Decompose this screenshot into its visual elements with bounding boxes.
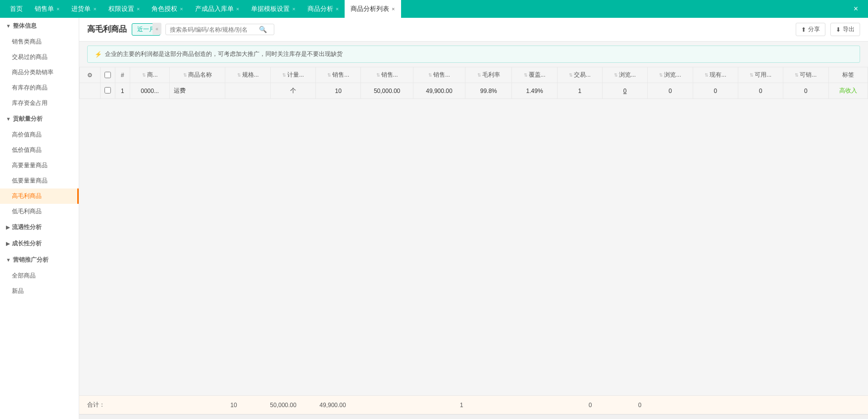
- nav-produce[interactable]: 产成品入库单 ×: [189, 0, 245, 18]
- close-analysis-icon[interactable]: ×: [336, 6, 339, 12]
- table-container: ⚙ # ⇅ 商...: [79, 67, 868, 395]
- select-all-checkbox[interactable]: [104, 72, 111, 78]
- sidebar-group-liquidity[interactable]: ▶ 流遇性分析: [0, 219, 79, 235]
- sort-cost-icon: ⇅: [428, 73, 432, 78]
- row-spec: [225, 83, 270, 99]
- sidebar-item-sales-goods[interactable]: 销售类商品: [0, 34, 79, 49]
- export-button[interactable]: ⬇ 导出: [830, 23, 860, 36]
- top-nav: 首页 销售单 × 进货单 × 权限设置 × 角色授权 × 产成品入库单 × 单据…: [0, 0, 868, 18]
- col-saleable[interactable]: ⇅ 可销...: [783, 67, 828, 83]
- row-settings: [80, 83, 101, 99]
- sort-unit-icon: ⇅: [282, 73, 286, 78]
- row-available: 0: [738, 83, 783, 99]
- col-trade[interactable]: ⇅ 交易...: [557, 67, 602, 83]
- horizontal-scrollbar[interactable]: [79, 414, 868, 419]
- col-available[interactable]: ⇅ 可用...: [738, 67, 783, 83]
- nav-permission[interactable]: 权限设置 ×: [102, 0, 146, 18]
- col-coverage[interactable]: ⇅ 覆盖...: [512, 67, 557, 83]
- sidebar-item-low-freq[interactable]: 低要量量商品: [0, 173, 79, 188]
- content-header: 高毛利商品 近一月 🔍 ⬆ 分享 ⬇ 导出: [79, 18, 868, 42]
- sort-code-icon: ⇅: [142, 73, 146, 78]
- col-qty[interactable]: ⇅ 销售...: [316, 67, 361, 83]
- row-unit: 个: [270, 83, 315, 99]
- close-analysis-list-icon[interactable]: ×: [392, 6, 395, 12]
- row-saleable: 0: [783, 83, 828, 99]
- nav-analysis[interactable]: 商品分析 ×: [302, 0, 345, 18]
- close-purchase-icon[interactable]: ×: [93, 6, 96, 12]
- col-spec[interactable]: ⇅ 规格...: [225, 67, 270, 83]
- sidebar-item-inventory-goods[interactable]: 有库存的商品: [0, 80, 79, 95]
- content-area: « 高毛利商品 近一月 🔍 ⬆ 分享 ⬇ 导出 ⚡ 企业的: [79, 18, 868, 419]
- sort-coverage-icon: ⇅: [524, 73, 528, 78]
- sidebar-item-inventory-fund[interactable]: 库存资金占用: [0, 95, 79, 111]
- search-box[interactable]: 🔍: [165, 24, 274, 35]
- close-role-icon[interactable]: ×: [180, 6, 183, 12]
- col-code[interactable]: ⇅ 商...: [130, 67, 169, 83]
- close-permission-icon[interactable]: ×: [137, 6, 140, 12]
- row-gross-margin: 99.8%: [465, 83, 512, 99]
- sidebar-item-new-goods[interactable]: 新品: [0, 283, 79, 299]
- sort-trade-icon: ⇅: [569, 73, 573, 78]
- col-browse2[interactable]: ⇅ 浏览...: [648, 67, 693, 83]
- share-button[interactable]: ⬆ 分享: [796, 23, 825, 36]
- sidebar-item-low-margin[interactable]: 低毛利商品: [0, 204, 79, 219]
- row-checkbox[interactable]: [100, 83, 115, 99]
- sidebar-group-marketing[interactable]: ▼ 营销推广分析: [0, 252, 79, 268]
- col-checkbox[interactable]: [100, 67, 115, 83]
- footer-amount: 50,000.00: [263, 402, 303, 409]
- row-code: 0000...: [130, 83, 169, 99]
- sidebar-collapse-button[interactable]: «: [153, 23, 161, 35]
- col-name[interactable]: ⇅ 商品名称: [170, 67, 225, 83]
- row-qty: 10: [316, 83, 361, 99]
- close-window-button[interactable]: ×: [848, 4, 864, 13]
- row-browse1[interactable]: 0: [603, 83, 648, 99]
- close-sales-icon[interactable]: ×: [56, 6, 59, 12]
- col-current[interactable]: ⇅ 现有...: [693, 67, 738, 83]
- col-browse1[interactable]: ⇅ 浏览...: [603, 67, 648, 83]
- row-current: 0: [693, 83, 738, 99]
- sidebar-group-growth[interactable]: ▶ 成长性分析: [0, 235, 79, 252]
- footer-trade: 1: [442, 402, 481, 409]
- col-tag[interactable]: 标签: [828, 67, 868, 83]
- sidebar-item-low-value[interactable]: 低价值商品: [0, 142, 79, 158]
- nav-analysis-list[interactable]: 商品分析列表 ×: [345, 0, 401, 18]
- nav-home[interactable]: 首页: [4, 0, 29, 18]
- row-coverage: 1.49%: [512, 83, 557, 99]
- footer-qty-val: 10: [214, 402, 254, 409]
- info-banner: ⚡ 企业的主要的利润都是这部分商品创造的，可考虑加大推广，同时关注库存是不要出现…: [87, 46, 860, 63]
- nav-template[interactable]: 单据模板设置 ×: [245, 0, 301, 18]
- footer-cost: 49,900.00: [313, 402, 353, 409]
- sidebar-item-all-goods[interactable]: 全部商品: [0, 268, 79, 283]
- nav-sales[interactable]: 销售单 ×: [29, 0, 65, 18]
- row-idx: 1: [115, 83, 130, 99]
- row-name: 运费: [170, 83, 225, 99]
- sidebar-item-high-value[interactable]: 高价值商品: [0, 127, 79, 142]
- export-icon: ⬇: [836, 26, 841, 33]
- sidebar-item-high-margin[interactable]: 高毛利商品: [0, 188, 79, 204]
- col-unit[interactable]: ⇅ 计量...: [270, 67, 315, 83]
- sort-available-icon: ⇅: [750, 73, 754, 78]
- sidebar-item-high-freq[interactable]: 高要量量商品: [0, 158, 79, 173]
- row-cost: 49,900.00: [413, 83, 465, 99]
- sidebar-group-contribution[interactable]: ▼ 贡献量分析: [0, 111, 79, 127]
- main-layout: ▼ 整体信息 销售类商品 交易过的商品 商品分类助销率 有库存的商品 库存资金占…: [0, 18, 868, 419]
- sidebar-group-overall[interactable]: ▼ 整体信息: [0, 18, 79, 34]
- nav-role[interactable]: 角色授权 ×: [146, 0, 189, 18]
- sidebar-item-traded-goods[interactable]: 交易过的商品: [0, 49, 79, 65]
- close-template-icon[interactable]: ×: [292, 6, 295, 12]
- info-icon: ⚡: [95, 51, 102, 58]
- search-input[interactable]: [170, 26, 259, 33]
- share-icon: ⬆: [801, 26, 806, 33]
- page-title: 高毛利商品: [87, 24, 127, 35]
- col-settings[interactable]: ⚙: [80, 67, 101, 83]
- col-gross-margin[interactable]: ⇅ 毛利率: [465, 67, 512, 83]
- col-idx: #: [115, 67, 130, 83]
- col-cost[interactable]: ⇅ 销售...: [413, 67, 465, 83]
- footer-available: 0: [620, 402, 660, 409]
- search-icon[interactable]: 🔍: [259, 26, 267, 33]
- sidebar-item-category-rate[interactable]: 商品分类助销率: [0, 65, 79, 80]
- nav-purchase[interactable]: 进货单 ×: [65, 0, 102, 18]
- arrow-down-icon3: ▼: [6, 257, 11, 263]
- close-produce-icon[interactable]: ×: [236, 6, 239, 12]
- col-amount[interactable]: ⇅ 销售...: [361, 67, 413, 83]
